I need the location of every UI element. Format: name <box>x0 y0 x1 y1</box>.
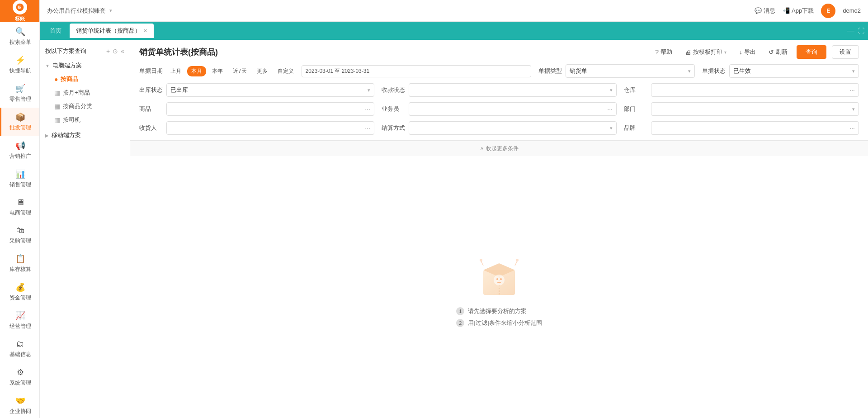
export-button[interactable]: ↓ 导出 <box>736 46 760 58</box>
empty-tip-1: 1 请先选择要分析的方案 <box>456 307 542 315</box>
payment-label: 收款状态 <box>382 86 409 94</box>
sidebar-item-retail[interactable]: 🛒 零售管理 <box>0 79 40 108</box>
date-filter-control: 上月 本月 本年 近7天 更多 自定义 2023-03-01 至 2023-03… <box>166 65 531 77</box>
dept-control[interactable]: ▾ <box>651 102 859 116</box>
sidebar-item-operation[interactable]: 📈 经营管理 <box>0 306 40 335</box>
filter-stock: 出库状态 已出库 ▾ <box>139 83 374 97</box>
refresh-button[interactable]: ↺ 刷新 <box>765 46 791 58</box>
content-wrapper: 按以下方案查询 + ⊙ « ▼ 电脑端方案 ● 按商品 <box>40 40 868 418</box>
sidebar-item-search-menu[interactable]: 🔍 搜索菜单 <box>0 22 40 51</box>
filter-row-1: 单据日期 上月 本月 本年 近7天 更多 自定义 <box>139 64 859 78</box>
tree-child-by-cashier[interactable]: ▦ 按司机 <box>40 113 130 127</box>
minimize-icon[interactable]: — <box>847 27 854 35</box>
tree-child-by-month-product[interactable]: ▦ 按月+商品 <box>40 86 130 100</box>
settings-button[interactable]: 设置 <box>832 45 859 59</box>
filter-payment: 收款状态 ▾ <box>382 83 617 97</box>
tab-home[interactable]: 首页 <box>43 24 68 38</box>
query-button[interactable]: 查询 <box>797 45 826 59</box>
staff-control[interactable]: ··· <box>409 102 617 116</box>
message-button[interactable]: 💬 消息 <box>755 7 775 15</box>
left-panel: 按以下方案查询 + ⊙ « ▼ 电脑端方案 ● 按商品 <box>40 40 130 418</box>
breadcrumb: 办公用品行业模拟账套 <box>47 7 106 15</box>
date-tab-custom[interactable]: 自定义 <box>274 66 298 76</box>
tree-child-label: 按司机 <box>63 116 80 124</box>
tab-sales-stat[interactable]: 销货单统计表（按商品） ✕ <box>70 24 154 38</box>
payment-arrow-icon: ▾ <box>610 87 613 93</box>
collapse-filter-button[interactable]: ∧ 收起更多条件 <box>130 141 868 156</box>
sidebar-item-inventory[interactable]: 📋 库存核算 <box>0 249 40 278</box>
svg-point-11 <box>516 259 519 261</box>
filter-warehouse: 仓库 ··· <box>624 83 859 97</box>
marketing-icon: 📢 <box>15 141 25 151</box>
product-dots-icon: ··· <box>365 105 370 113</box>
panel-title-icons: + ⊙ « <box>106 48 124 55</box>
sidebar-item-system[interactable]: ⚙ 系统管理 <box>0 363 40 391</box>
stock-control[interactable]: 已出库 ▾ <box>166 83 374 97</box>
corp-icon: 🤝 <box>15 396 25 406</box>
empty-state: 1 请先选择要分析的方案 2 用[过滤]条件来缩小分析范围 <box>130 156 868 418</box>
sidebar-item-label: 营销推广 <box>9 152 31 160</box>
tree-child-label: 按商品分类 <box>63 102 92 110</box>
tree-parent-mobile[interactable]: ▶ 移动端方案 <box>40 128 130 142</box>
print-label: 按模板打印 <box>693 48 722 56</box>
print-arrow-icon: ▾ <box>724 50 726 55</box>
settings-scheme-icon[interactable]: ⊙ <box>113 48 118 55</box>
tree-parent-label: 移动端方案 <box>52 131 81 139</box>
panel-title-text: 按以下方案查询 <box>45 47 86 55</box>
avatar-text: E <box>826 8 830 14</box>
page-title-row: 销货单统计表(按商品) ? 帮助 🖨 按模板打印 ▾ <box>139 45 859 59</box>
settlement-control[interactable]: ▾ <box>409 121 617 135</box>
recipient-control[interactable]: ··· <box>166 121 374 135</box>
date-tab-more[interactable]: 更多 <box>253 66 272 76</box>
payment-control[interactable]: ▾ <box>409 83 617 97</box>
logo-icon: 畅 <box>13 0 27 14</box>
close-icon[interactable]: ✕ <box>143 28 147 34</box>
sidebar-item-purchase[interactable]: 🛍 采购管理 <box>0 221 40 249</box>
date-label: 单据日期 <box>139 67 166 75</box>
tree-child-label: 按商品 <box>61 75 78 83</box>
sidebar-item-sales[interactable]: 📊 销售管理 <box>0 165 40 193</box>
top-header: 办公用品行业模拟账套 ▾ 💬 消息 📲 App下载 E demo2 <box>40 0 868 22</box>
date-tab-this-month[interactable]: 本月 <box>187 66 206 76</box>
dept-arrow-icon: ▾ <box>852 106 855 112</box>
export-icon: ↓ <box>739 48 742 56</box>
date-tab-last-month[interactable]: 上月 <box>166 66 185 76</box>
status-arrow-icon: ▾ <box>852 68 855 74</box>
filter-date: 单据日期 上月 本月 本年 近7天 更多 自定义 <box>139 65 531 77</box>
date-range-input[interactable]: 2023-03-01 至 2023-03-31 <box>302 65 531 77</box>
type-control[interactable]: 销货单 ▾ <box>566 64 695 78</box>
sidebar-item-quick-nav[interactable]: ⚡ 快捷导航 <box>0 51 40 79</box>
sidebar-item-marketing[interactable]: 📢 营销推广 <box>0 136 40 165</box>
collapse-panel-icon[interactable]: « <box>121 48 124 55</box>
category-icon: ▦ <box>54 103 60 110</box>
date-tab-this-year[interactable]: 本年 <box>208 66 227 76</box>
filter-brand: 品牌 ··· <box>624 121 859 135</box>
tree-child-by-product[interactable]: ● 按商品 <box>40 72 130 86</box>
date-tab-7days[interactable]: 近7天 <box>229 66 251 76</box>
status-label: 单据状态 <box>702 67 729 75</box>
print-button[interactable]: 🖨 按模板打印 ▾ <box>681 46 730 58</box>
tip-text-1: 请先选择要分析的方案 <box>468 307 527 315</box>
sidebar-item-wholesale[interactable]: 📦 批发管理 <box>0 108 40 136</box>
sidebar-item-basic[interactable]: 🗂 基础信息 <box>0 335 40 363</box>
sidebar-item-label: 资金管理 <box>9 294 31 302</box>
tree-child-by-category[interactable]: ▦ 按商品分类 <box>40 100 130 113</box>
warehouse-control[interactable]: ··· <box>651 83 859 97</box>
help-button[interactable]: ? 帮助 <box>651 46 676 58</box>
svg-point-5 <box>494 275 505 285</box>
product-control[interactable]: ··· <box>166 102 374 116</box>
sidebar-item-finance[interactable]: 💰 资金管理 <box>0 278 40 306</box>
filter-product: 商品 ··· <box>139 102 374 116</box>
type-arrow-icon: ▾ <box>688 68 691 74</box>
brand-control[interactable]: ··· <box>651 121 859 135</box>
svg-point-7 <box>500 278 502 280</box>
cashier-icon: ▦ <box>54 116 60 124</box>
avatar[interactable]: E <box>821 4 835 18</box>
maximize-icon[interactable]: ⛶ <box>858 27 864 34</box>
sidebar-item-corp[interactable]: 🤝 企业协同 <box>0 391 40 418</box>
app-download-button[interactable]: 📲 App下载 <box>783 7 814 15</box>
tree-parent-desktop[interactable]: ▼ 电脑端方案 <box>40 59 130 72</box>
sidebar-item-ecommerce[interactable]: 🖥 电商管理 <box>0 193 40 221</box>
status-control[interactable]: 已生效 ▾ <box>729 64 859 78</box>
add-scheme-icon[interactable]: + <box>106 48 110 55</box>
